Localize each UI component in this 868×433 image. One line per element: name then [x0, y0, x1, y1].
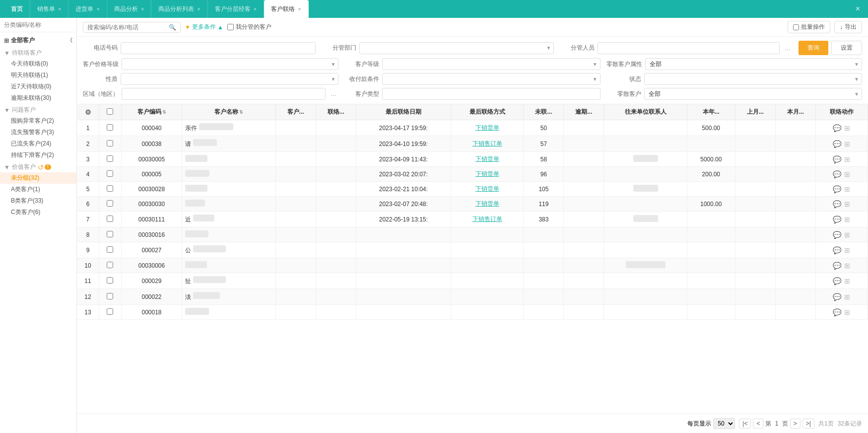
- sidebar-item-today[interactable]: 今天待联络(0): [0, 58, 76, 70]
- close-analysis-tab[interactable]: ×: [141, 6, 144, 12]
- prev-page-btn[interactable]: <: [753, 419, 763, 429]
- more-action-icon[interactable]: ⊞: [844, 293, 850, 301]
- th-name[interactable]: 客户名称⇅: [182, 104, 275, 120]
- more-action-icon[interactable]: ⊞: [844, 124, 850, 132]
- main-search-input[interactable]: [87, 24, 167, 31]
- close-purchase-tab[interactable]: ×: [96, 6, 99, 12]
- sidebar-item-abnormal[interactable]: 囤购异常客户(2): [0, 115, 76, 127]
- close-sales-tab[interactable]: ×: [58, 6, 61, 12]
- query-button[interactable]: 查询: [799, 41, 828, 55]
- chat-action-icon[interactable]: 💬: [833, 170, 841, 178]
- chat-action-icon[interactable]: 💬: [833, 200, 841, 208]
- sidebar-item-c-class[interactable]: C类客户(6): [0, 207, 76, 218]
- more-action-icon[interactable]: ⊞: [844, 262, 850, 270]
- reset-button[interactable]: 设置: [831, 41, 862, 55]
- status-select[interactable]: [644, 73, 862, 85]
- region-input[interactable]: [122, 88, 326, 100]
- sidebar-item-a-class[interactable]: A类客户(1): [0, 184, 76, 195]
- chat-action-icon[interactable]: 💬: [833, 246, 841, 254]
- chat-action-icon[interactable]: 💬: [833, 124, 841, 132]
- batch-ops-button[interactable]: 批量操作: [788, 21, 830, 33]
- retail-customer-select[interactable]: 全部: [644, 88, 862, 100]
- tab-customer-segment[interactable]: 客户分层经客 ×: [208, 0, 264, 18]
- chat-action-icon[interactable]: 💬: [833, 140, 841, 148]
- last-method-link[interactable]: 下销货单: [475, 155, 499, 162]
- sidebar-search-input[interactable]: [4, 21, 77, 28]
- more-conditions-btn[interactable]: ▼ 更多条件 ▲: [185, 23, 223, 31]
- row-checkbox[interactable]: [107, 216, 113, 222]
- retail-attr-select[interactable]: 全部: [645, 58, 862, 70]
- row-checkbox[interactable]: [107, 170, 113, 177]
- all-customers-header[interactable]: ⊞ 全部客户 《: [0, 32, 76, 47]
- last-method-link[interactable]: 下销售订单: [472, 216, 502, 222]
- settings-icon[interactable]: ⚙: [85, 108, 91, 116]
- per-page-select[interactable]: 50: [713, 418, 735, 429]
- select-all-checkbox[interactable]: [107, 108, 113, 115]
- sidebar-item-overdue[interactable]: 逾期未联络(30): [0, 92, 76, 104]
- chat-action-icon[interactable]: 💬: [833, 262, 841, 270]
- more-action-icon[interactable]: ⊞: [844, 231, 850, 239]
- chat-action-icon[interactable]: 💬: [833, 308, 841, 316]
- sidebar-collapse-btn[interactable]: 《: [67, 37, 72, 44]
- next-page-btn[interactable]: >: [790, 419, 801, 429]
- my-customers-check[interactable]: [227, 24, 234, 30]
- last-method-link[interactable]: 下销货单: [475, 170, 499, 177]
- close-contact-tab[interactable]: ×: [298, 6, 301, 12]
- row-checkbox[interactable]: [107, 277, 113, 284]
- payment-select[interactable]: [382, 73, 600, 85]
- more-action-icon[interactable]: ⊞: [844, 140, 850, 148]
- last-method-link[interactable]: 下销货单: [475, 124, 499, 131]
- more-action-icon[interactable]: ⊞: [844, 155, 850, 163]
- close-analysis-list-tab[interactable]: ×: [197, 6, 200, 12]
- chat-action-icon[interactable]: 💬: [833, 185, 841, 193]
- more-action-icon[interactable]: ⊞: [844, 200, 850, 208]
- last-method-link[interactable]: 下销售订单: [472, 140, 502, 147]
- sidebar-item-ungrouped[interactable]: 未分组(32): [0, 172, 76, 184]
- phone-input[interactable]: [121, 42, 316, 54]
- first-page-btn[interactable]: |<: [739, 419, 751, 429]
- row-checkbox[interactable]: [107, 185, 113, 192]
- last-method-link[interactable]: 下销货单: [475, 200, 499, 207]
- more-action-icon[interactable]: ⊞: [844, 277, 850, 285]
- th-code[interactable]: 客户编码⇅: [121, 104, 182, 120]
- export-button[interactable]: ↓ 导出: [834, 21, 862, 33]
- sidebar-item-churned[interactable]: 已流失客户(24): [0, 138, 76, 149]
- my-customers-checkbox[interactable]: 我分管的客户: [227, 23, 271, 31]
- last-method-link[interactable]: 下销货单: [475, 185, 499, 192]
- more-action-icon[interactable]: ⊞: [844, 185, 850, 193]
- customer-type-input[interactable]: [382, 88, 600, 100]
- batch-checkbox[interactable]: [793, 24, 799, 30]
- row-checkbox[interactable]: [107, 200, 113, 207]
- sidebar-item-b-class[interactable]: B类客户(33): [0, 195, 76, 207]
- row-checkbox[interactable]: [107, 231, 113, 237]
- global-close-icon[interactable]: ×: [852, 4, 864, 13]
- main-search-icon[interactable]: 🔍: [169, 24, 176, 31]
- chat-action-icon[interactable]: 💬: [833, 293, 841, 301]
- last-page-btn[interactable]: >|: [802, 419, 814, 429]
- row-checkbox[interactable]: [107, 140, 113, 146]
- row-checkbox[interactable]: [107, 124, 113, 131]
- more-action-icon[interactable]: ⊞: [844, 170, 850, 178]
- price-level-select[interactable]: [122, 58, 338, 70]
- customer-level-select[interactable]: [382, 58, 600, 70]
- group-pending-label[interactable]: ▼ 待联络客户: [0, 47, 76, 58]
- chat-action-icon[interactable]: 💬: [833, 216, 841, 223]
- refresh-value-icon[interactable]: ↺: [38, 163, 44, 171]
- row-checkbox[interactable]: [107, 246, 113, 253]
- more-action-icon[interactable]: ⊞: [844, 246, 850, 254]
- chat-action-icon[interactable]: 💬: [833, 277, 841, 285]
- row-checkbox[interactable]: [107, 155, 113, 162]
- sidebar-item-churn-warning[interactable]: 流失预警客户(3): [0, 127, 76, 138]
- tab-analysis-list[interactable]: 商品分析列表 ×: [151, 0, 207, 18]
- staff-input[interactable]: [598, 42, 780, 54]
- dept-select[interactable]: [359, 42, 554, 54]
- sidebar-item-declining[interactable]: 持续下滑客户(2): [0, 149, 76, 161]
- group-value-label[interactable]: ▼ 价值客户 ↺ !: [0, 161, 76, 172]
- more-action-icon[interactable]: ⊞: [844, 216, 850, 223]
- row-checkbox[interactable]: [107, 308, 113, 315]
- chat-action-icon[interactable]: 💬: [833, 231, 841, 239]
- close-segment-tab[interactable]: ×: [254, 6, 257, 12]
- row-checkbox[interactable]: [107, 293, 113, 299]
- tab-analysis[interactable]: 商品分析 ×: [107, 0, 151, 18]
- tab-purchase[interactable]: 进货单 ×: [68, 0, 107, 18]
